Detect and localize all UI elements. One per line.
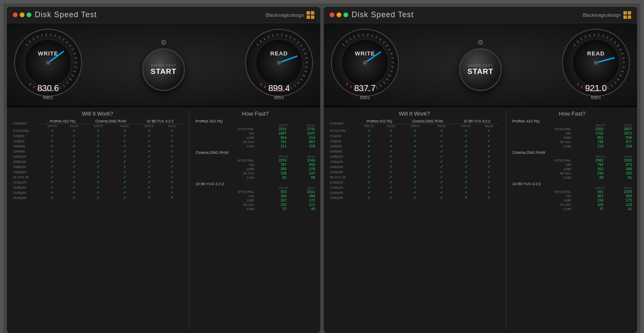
check-cell-4-5: ✓ — [161, 149, 183, 154]
check-cell-5-2: ✓ — [401, 154, 429, 159]
start-button[interactable]: SPEED TEST START — [142, 48, 185, 91]
how-fast-write-value: 2531 — [257, 127, 289, 131]
check-cell-5-4: ✓ — [454, 154, 478, 159]
minimize-button[interactable] — [337, 12, 341, 17]
how-fast-section-2-header: 10 Bit YUV 4:2:2 — [512, 180, 632, 186]
how-fast-read-value: 41 — [605, 207, 632, 211]
how-fast-section-0-header: ProRes 422 HQ — [512, 119, 632, 124]
sub-header-2-write: WRITE — [137, 124, 161, 128]
check-cell-6-1: ✓ — [381, 159, 401, 164]
check-cell-0-0: ✓ — [40, 128, 64, 133]
how-fast-row: 1080844914 — [195, 135, 315, 140]
how-fast-format-label: 2160 — [195, 144, 257, 148]
table-row: NTSC/PAL✓✓✓✓✓✓ — [12, 128, 183, 133]
check-cell-11-5: ✓ — [478, 185, 500, 190]
check-cell-0-3: ✓ — [112, 128, 137, 133]
format-label: 1080p60 — [329, 169, 357, 174]
section-divider — [506, 110, 506, 330]
how-fast-row: NTSC/PAL20922300 — [512, 158, 632, 162]
check-cell-7-2: ✓ — [85, 164, 112, 169]
how-fast-row: NTSC/PAL25312741 — [195, 127, 315, 131]
settings-gear-icon[interactable]: ⚙ — [477, 38, 483, 46]
check-cell-6-3: ✓ — [112, 159, 137, 164]
settings-gear-icon[interactable]: ⚙ — [161, 38, 167, 46]
how-fast-read-value: 1871 — [605, 131, 632, 135]
check-cell-13-3: ✓ — [429, 195, 454, 200]
how-fast-format-label: 2K DCI — [195, 171, 257, 175]
format-label: 2160p30 — [329, 185, 357, 190]
how-fast-format-label: 2160 — [512, 144, 574, 148]
close-button[interactable] — [330, 12, 334, 17]
how-fast-write-value: 211 — [257, 144, 289, 148]
check-cell-12-5: ✕ — [478, 190, 500, 195]
write-value: 837.7 — [354, 83, 376, 93]
how-fast-read-value: 1035 — [605, 189, 632, 194]
how-fast-section-2-write-header — [512, 186, 574, 189]
brand-text: Blackmagicdesign — [583, 12, 621, 18]
check-cell-4-0: ✓ — [357, 149, 381, 154]
check-cell-8-3: ✓ — [112, 169, 137, 174]
format-label: 1080i50 — [12, 144, 40, 149]
table-row: 1080p60✓✓✓✓✓✓ — [329, 169, 500, 174]
start-button[interactable]: SPEED TEST START — [459, 48, 502, 91]
maximize-button[interactable] — [27, 12, 31, 17]
check-cell-10-0: ✓ — [40, 180, 64, 185]
table-row: 2160p25✓✓✓✓✓✓ — [329, 180, 500, 185]
check-cell-11-3: ✓ — [112, 185, 137, 190]
table-row: 2160p50✓✓✓✓✕✕ — [12, 190, 183, 195]
how-fast-write-value: 159 — [574, 198, 605, 202]
check-cell-13-1: ✓ — [381, 195, 401, 200]
how-fast-row: 2K DCI230253 — [512, 171, 632, 175]
format-label: NTSC/PAL — [12, 128, 40, 133]
brand-logo — [623, 11, 631, 19]
check-cell-4-3: ✓ — [429, 149, 454, 154]
panel-1: Disk Speed TestBlackmagicdesign — [324, 7, 637, 333]
check-cell-10-5: ✓ — [161, 180, 183, 185]
check-cell-12-4: ✕ — [454, 190, 478, 195]
check-cell-8-4: ✓ — [454, 169, 478, 174]
check-cell-6-4: ✓ — [137, 159, 161, 164]
will-it-work-title: Will It Work? — [12, 110, 183, 117]
check-cell-1-4: ✓ — [454, 133, 478, 138]
how-fast-write-value: 1687 — [257, 131, 289, 135]
check-cell-11-2: ✓ — [401, 185, 429, 190]
minimize-button[interactable] — [20, 12, 24, 17]
how-fast-section-2-read-label: READ — [605, 186, 632, 189]
check-cell-7-1: ✓ — [64, 164, 85, 169]
svg-point-142 — [594, 61, 598, 65]
maximize-button[interactable] — [343, 12, 348, 17]
check-cell-5-2: ✓ — [85, 154, 112, 159]
how-fast-row: NTSC/PAL9331011 — [195, 189, 315, 194]
check-cell-0-1: ✓ — [64, 128, 85, 133]
how-fast-read-value: 388 — [605, 167, 632, 171]
how-fast-write-value: 844 — [257, 135, 289, 140]
how-fast-write-value: 37 — [574, 207, 605, 211]
format-label: 1080p50 — [12, 164, 40, 169]
check-cell-9-5: ✓ — [478, 174, 500, 180]
how-fast-table: ProRes 422 HQWRITEREADNTSC/PAL2553280772… — [512, 119, 632, 211]
how-fast-format-label: 2K DCI — [512, 171, 574, 175]
how-fast-section-0-read-label: READ — [605, 124, 632, 127]
how-fast-format-label: 720 — [195, 194, 257, 198]
check-cell-8-2: ✓ — [85, 169, 112, 174]
how-fast-row: 1080159175 — [512, 198, 632, 202]
check-cell-2-0: ✓ — [357, 138, 381, 144]
check-cell-4-2: ✓ — [401, 149, 429, 154]
col-group-1-header: Cinema DNG RAW — [85, 119, 137, 124]
how-fast-row: 21608289 — [195, 175, 315, 180]
check-cell-0-4: ✓ — [137, 128, 161, 133]
check-cell-4-0: ✓ — [40, 149, 64, 154]
check-cell-2-2: ✓ — [85, 138, 112, 144]
check-cell-4-5: ✓ — [478, 149, 500, 154]
how-fast-write-value: 83 — [574, 175, 605, 180]
format-label: 1080p60 — [12, 169, 40, 174]
format-label: 1080p50 — [329, 164, 357, 169]
how-fast-read-value: 384 — [289, 194, 315, 198]
how-fast-row: 2160213234 — [512, 144, 632, 148]
how-fast-write-value: 350 — [257, 167, 289, 171]
how-fast-write-value: 851 — [574, 135, 605, 140]
check-cell-7-4: ✓ — [137, 164, 161, 169]
close-button[interactable] — [13, 12, 18, 17]
check-cell-9-4: ✓ — [137, 174, 161, 180]
format-label: 720p60 — [12, 138, 40, 144]
